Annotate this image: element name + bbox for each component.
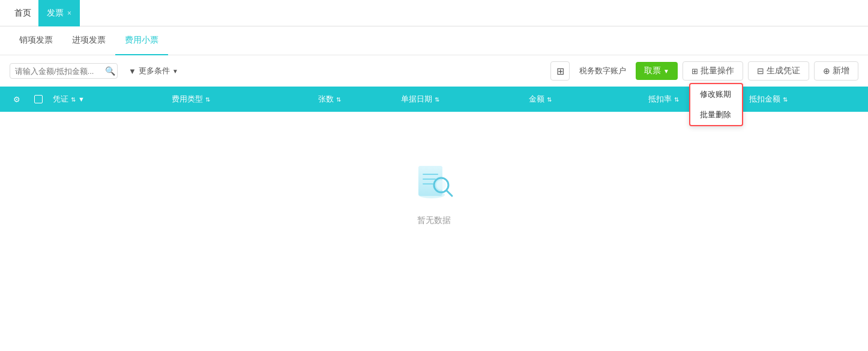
th-gear[interactable]: ⚙ xyxy=(5,95,29,104)
page-content: 销项发票 进项发票 费用小票 🔍 ▼ 更多条件 ▼ ⊞ xyxy=(0,26,868,351)
qr-button[interactable]: ⊞ xyxy=(550,61,570,81)
chevron-down-icon: ▼ xyxy=(663,68,669,75)
add-button[interactable]: ⊕ 新增 xyxy=(814,61,858,81)
batch-op-label: 批量操作 xyxy=(701,66,734,76)
empty-state: 暂无数据 xyxy=(0,112,868,250)
svg-point-7 xyxy=(436,180,446,190)
toolbar: 🔍 ▼ 更多条件 ▼ ⊞ 税务数字账户 取票 ▼ xyxy=(0,55,868,87)
sort-icon-count[interactable]: ⇅ xyxy=(336,96,341,103)
batch-delete-item[interactable]: 批量删除 xyxy=(690,105,742,125)
tab-input[interactable]: 进项发票 xyxy=(62,26,115,55)
th-check[interactable] xyxy=(29,95,48,103)
invoice-tab-label: 发票 xyxy=(47,8,64,19)
empty-illustration xyxy=(404,148,464,208)
tab-sales[interactable]: 销项发票 xyxy=(10,26,62,55)
batch-op-button[interactable]: ⊞ 批量操作 xyxy=(683,61,743,81)
invoice-tab-close[interactable]: × xyxy=(67,9,71,17)
gear-icon: ⚙ xyxy=(13,95,20,104)
toolbar-right: ⊞ 税务数字账户 取票 ▼ ⊞ 批量操作 修改账期 xyxy=(550,61,858,81)
take-ticket-button[interactable]: 取票 ▼ xyxy=(636,62,678,80)
tab-expense[interactable]: 费用小票 xyxy=(115,26,168,55)
batch-op-icon: ⊞ xyxy=(692,67,698,76)
sort-icon-date[interactable]: ⇅ xyxy=(435,96,439,103)
gen-voucher-label: 生成凭证 xyxy=(767,66,800,76)
top-nav: 首页 发票 × xyxy=(0,0,868,26)
filter-button[interactable]: ▼ 更多条件 ▼ xyxy=(124,63,183,79)
filter-label: 更多条件 xyxy=(139,66,170,76)
take-ticket-label: 取票 xyxy=(644,66,661,76)
sort-icon-voucher[interactable]: ⇅ xyxy=(71,96,76,103)
chevron-down-icon: ▼ xyxy=(172,68,178,75)
filter-icon-voucher[interactable]: ▼ xyxy=(78,96,85,103)
th-date: 单据日期 ⇅ xyxy=(396,94,525,105)
th-count: 张数 ⇅ xyxy=(313,94,396,105)
batch-op-dropdown: 修改账期 批量删除 xyxy=(689,83,743,126)
sort-icon-tax-amount[interactable]: ⇅ xyxy=(783,96,788,103)
select-all-checkbox[interactable] xyxy=(34,95,43,103)
toolbar-left: 🔍 ▼ 更多条件 ▼ xyxy=(10,63,183,79)
th-voucher: 凭证 ⇅ ▼ xyxy=(48,94,167,105)
filter-icon: ▼ xyxy=(128,67,136,76)
home-tab[interactable]: 首页 xyxy=(7,8,38,19)
search-input[interactable] xyxy=(15,67,105,76)
modify-period-item[interactable]: 修改账期 xyxy=(690,84,742,105)
batch-op-wrapper: ⊞ 批量操作 修改账期 批量删除 xyxy=(683,61,743,81)
add-icon: ⊕ xyxy=(823,66,830,76)
qr-icon: ⊞ xyxy=(556,66,564,77)
sort-icon-amount[interactable]: ⇅ xyxy=(547,96,552,103)
tax-account-button[interactable]: 税务数字账户 xyxy=(574,63,631,79)
sort-icon-expense-type[interactable]: ⇅ xyxy=(205,96,210,103)
gen-voucher-button[interactable]: ⊟ 生成凭证 xyxy=(748,61,809,81)
sort-icon-tax-rate[interactable]: ⇅ xyxy=(674,96,679,103)
svg-line-8 xyxy=(447,191,452,196)
th-expense-type: 费用类型 ⇅ xyxy=(167,94,313,105)
th-amount: 金额 ⇅ xyxy=(524,94,643,105)
gen-voucher-icon: ⊟ xyxy=(757,66,764,76)
invoice-tab[interactable]: 发票 × xyxy=(38,0,80,26)
empty-text: 暂无数据 xyxy=(417,215,451,226)
search-icon[interactable]: 🔍 xyxy=(105,66,115,76)
sub-tabs: 销项发票 进项发票 费用小票 xyxy=(0,26,868,55)
search-box[interactable]: 🔍 xyxy=(10,63,118,79)
th-tax-amount: 抵扣金额 ⇅ xyxy=(744,94,863,105)
add-label: 新增 xyxy=(833,66,849,76)
